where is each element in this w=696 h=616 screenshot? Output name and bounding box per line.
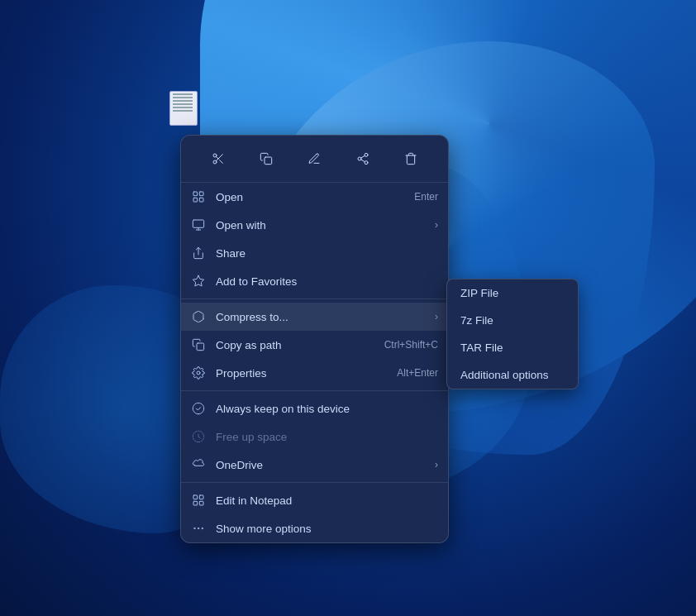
submenu-zip[interactable]: ZIP File — [447, 279, 578, 307]
svg-marker-19 — [193, 275, 203, 286]
compress-icon — [191, 309, 206, 324]
svg-point-27 — [202, 528, 203, 528]
open-shortcut: Enter — [414, 191, 438, 203]
properties-icon — [191, 365, 206, 380]
free-space-label: Free up space — [216, 431, 438, 443]
svg-point-28 — [194, 528, 195, 528]
menu-item-show-more[interactable]: Show more options — [181, 514, 448, 542]
menu-item-open[interactable]: Open Enter — [181, 183, 448, 211]
menu-item-compress[interactable]: Compress to... › — [181, 303, 448, 331]
open-with-svg — [192, 218, 205, 232]
copy-button[interactable] — [251, 144, 281, 174]
menu-item-onedrive[interactable]: OneDrive › — [181, 451, 448, 479]
onedrive-arrow: › — [435, 459, 438, 470]
svg-point-26 — [198, 528, 198, 528]
svg-line-9 — [360, 160, 365, 162]
svg-rect-12 — [199, 192, 203, 196]
svg-rect-11 — [193, 192, 198, 196]
share-icon — [191, 246, 206, 260]
7z-label: 7z File — [460, 314, 493, 327]
onedrive-icon — [191, 457, 206, 472]
open-with-label: Open with — [216, 219, 425, 232]
share-toolbar-button[interactable] — [348, 144, 378, 174]
onedrive-svg — [192, 458, 205, 471]
properties-svg — [192, 366, 205, 380]
open-with-icon — [191, 217, 206, 232]
rename-icon — [307, 152, 321, 165]
properties-shortcut: Alt+Enter — [397, 367, 438, 379]
open-icon — [191, 189, 206, 204]
svg-rect-22 — [193, 495, 198, 499]
properties-label: Properties — [216, 367, 387, 380]
show-more-icon — [191, 521, 206, 536]
menu-item-open-with[interactable]: Open with › — [181, 211, 448, 239]
svg-rect-13 — [193, 198, 198, 202]
svg-rect-5 — [265, 157, 272, 165]
zip-label: ZIP File — [460, 287, 498, 299]
favorites-svg — [192, 275, 205, 288]
menu-item-always-keep[interactable]: Always keep on this device — [181, 394, 448, 423]
svg-point-6 — [365, 153, 368, 156]
share-svg — [192, 246, 205, 260]
submenu-tar[interactable]: TAR File — [447, 334, 578, 361]
svg-point-21 — [197, 371, 200, 375]
open-svg — [192, 190, 205, 203]
free-space-svg — [192, 430, 205, 443]
desktop-file-icon[interactable] — [169, 91, 203, 131]
share-toolbar-icon — [356, 152, 369, 165]
copy-path-label: Copy as path — [216, 339, 374, 351]
menu-item-edit-notepad[interactable]: Edit in Notepad — [181, 486, 448, 514]
always-keep-label: Always keep on this device — [216, 403, 438, 415]
cut-button[interactable] — [203, 144, 233, 174]
tar-label: TAR File — [460, 341, 503, 354]
onedrive-label: OneDrive — [216, 459, 425, 471]
compress-svg — [192, 310, 205, 323]
separator-1 — [181, 298, 448, 299]
svg-rect-20 — [197, 343, 204, 351]
rename-button[interactable] — [299, 144, 329, 174]
svg-rect-14 — [199, 198, 203, 202]
compress-arrow: › — [435, 311, 438, 322]
copy-path-icon — [191, 337, 206, 352]
favorites-icon — [191, 274, 206, 289]
always-keep-svg — [192, 402, 205, 415]
menu-item-share[interactable]: Share — [181, 239, 448, 267]
svg-line-3 — [220, 160, 223, 164]
notepad-label: Edit in Notepad — [216, 494, 438, 507]
submenu-additional[interactable]: Additional options — [447, 361, 578, 389]
menu-item-copy-path[interactable]: Copy as path Ctrl+Shift+C — [181, 331, 448, 359]
menu-toolbar — [181, 136, 448, 183]
svg-point-8 — [365, 161, 368, 165]
separator-3 — [181, 482, 448, 483]
menu-item-add-favorites[interactable]: Add to Favorites — [181, 267, 448, 295]
svg-line-4 — [217, 156, 219, 159]
open-with-arrow: › — [435, 219, 438, 231]
file-icon-image — [169, 91, 203, 131]
svg-point-7 — [358, 157, 361, 160]
compress-submenu: ZIP File 7z File TAR File Additional opt… — [446, 279, 579, 389]
favorites-label: Add to Favorites — [216, 275, 438, 288]
svg-line-10 — [360, 155, 365, 158]
always-keep-icon — [191, 401, 206, 416]
copy-path-shortcut: Ctrl+Shift+C — [384, 339, 438, 351]
notepad-icon — [191, 493, 206, 508]
delete-button[interactable] — [396, 144, 426, 174]
copy-path-svg — [192, 338, 205, 351]
menu-item-properties[interactable]: Properties Alt+Enter — [181, 359, 448, 387]
submenu-7z[interactable]: 7z File — [447, 307, 578, 334]
show-more-label: Show more options — [216, 523, 438, 535]
context-menu: Open Enter Open with › Share — [180, 135, 449, 543]
show-more-svg — [192, 522, 205, 535]
menu-item-free-space[interactable]: Free up space — [181, 423, 448, 451]
svg-rect-15 — [193, 220, 203, 227]
compress-label: Compress to... — [216, 311, 425, 323]
svg-rect-25 — [199, 501, 203, 505]
open-label: Open — [216, 191, 404, 203]
additional-label: Additional options — [460, 369, 549, 381]
svg-rect-23 — [199, 495, 203, 499]
delete-icon — [404, 152, 417, 165]
free-space-icon — [191, 429, 206, 444]
separator-2 — [181, 390, 448, 391]
notepad-svg — [192, 494, 205, 507]
copy-icon — [260, 152, 273, 165]
